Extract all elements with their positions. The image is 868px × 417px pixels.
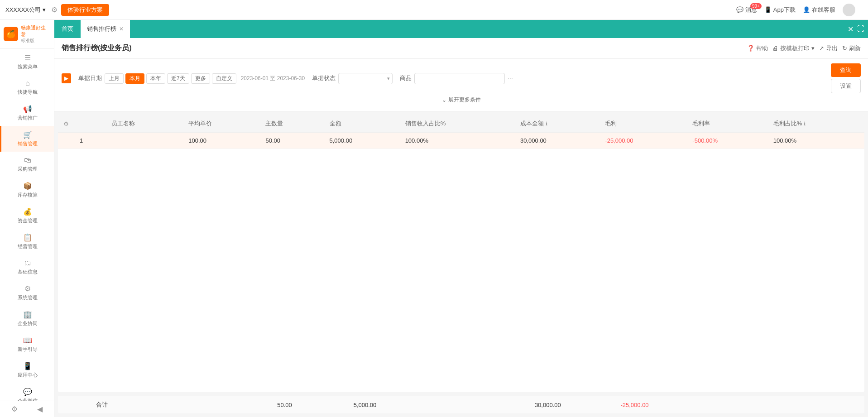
filter-bar: ▶ 单据日期 上月本月本年近7天更多自定义 2023-06-01 至 2023-… [54,59,868,111]
tab-close-icon[interactable]: ✕ [119,26,124,32]
refresh-icon: ↻ [842,45,847,52]
message-button[interactable]: 💬 消息 99+ [736,6,757,14]
sidebar-icon-guide: 📖 [23,336,32,345]
sidebar-item-weixin[interactable]: 💬 企业微信 [0,383,54,401]
filter-expand-arrow[interactable]: ▶ [62,73,71,83]
table-wrap: ⚙员工名称平均单价主数量全额销售收入占比%成本全额 ℹ毛利毛利率毛利占比% ℹ … [58,115,864,392]
sidebar-icon-finance: 💰 [23,207,32,216]
row-profit-0: -25,000.00 [599,133,687,149]
company-name: XXXXXX公司 [5,6,41,14]
page-header: 销售排行榜(按业务员) ❓ 帮助 🖨 按模板打印 ▾ ↗ 导出 [54,38,868,59]
date-btn-上月[interactable]: 上月 [105,73,124,84]
tab-home[interactable]: 首页 [54,20,81,38]
trial-button[interactable]: 体验行业方案 [61,4,109,16]
sidebar-icon-weixin: 💬 [23,388,32,396]
sidebar-item-appstore[interactable]: 📱 应用中心 [0,357,54,383]
sidebar: 🍊 畅康通好生意 标准版 ☰ 搜索菜单 ⌂ 快捷导航 📢 营销推广 🛒 销售管理… [0,20,54,417]
page-header-actions: ❓ 帮助 🖨 按模板打印 ▾ ↗ 导出 ↻ 刷新 [747,44,861,53]
status-select[interactable] [338,73,393,84]
table-row: 1 100.00 50.00 5,000.00 100.00% 30,000.0… [58,133,864,149]
col-header-amount: 全额 [324,115,400,133]
print-icon: 🖨 [772,45,778,52]
sidebar-item-system[interactable]: ⚙ 系统管理 [0,280,54,306]
date-btn-近7天[interactable]: 近7天 [167,73,189,84]
sidebar-item-enterprise[interactable]: 🏢 企业协同 [0,306,54,331]
date-btn-本月[interactable]: 本月 [125,73,144,84]
col-header-profit: 毛利 [599,115,687,133]
export-button[interactable]: ↗ 导出 [819,44,838,53]
footer-table: 合计 50.00 5,000.00 30,000.00 -25,000.00 [63,401,859,409]
window-close-icon[interactable]: ✕ [848,25,854,34]
sidebar-item-quick-nav[interactable]: ⌂ 快捷导航 [0,75,54,100]
footer-cost: 30,000.00 [535,401,621,409]
help-button[interactable]: ❓ 帮助 [747,44,768,53]
sidebar-icon-search-order: ☰ [24,53,31,62]
company-dropdown-icon: ▾ [43,6,46,13]
logo-text-wrap: 畅康通好生意 标准版 [21,24,50,44]
date-btn-自定义[interactable]: 自定义 [212,73,236,84]
sidebar-label-quick-nav: 快捷导航 [18,89,38,96]
date-range: 2023-06-01 至 2023-06-30 [241,75,305,82]
sidebar-label-guide: 新手引导 [18,346,38,353]
sidebar-item-search-order[interactable]: ☰ 搜索菜单 [0,49,54,75]
row-settings-0 [58,133,74,149]
sidebar-item-marketing[interactable]: 📢 营销推广 [0,100,54,126]
app-download-button[interactable]: 📱 App下载 [764,6,796,14]
app-icon: 📱 [764,6,772,13]
message-icon: 💬 [736,6,743,13]
company-selector[interactable]: XXXXXX公司 ▾ [5,6,46,14]
page-content: 销售排行榜(按业务员) ❓ 帮助 🖨 按模板打印 ▾ ↗ 导出 [54,38,868,417]
avatar[interactable] [843,4,855,16]
sidebar-item-sales[interactable]: 🛒 销售管理 [0,126,54,152]
col-header-profit_pct: 毛利占比% ℹ [768,115,864,133]
row-amount-0: 5,000.00 [324,133,400,149]
sidebar-item-purchase[interactable]: 🛍 采购管理 [0,152,54,177]
sidebar-item-basic[interactable]: 🗂 基础信息 [0,254,54,280]
sidebar-settings-icon[interactable]: ⚙ [11,405,18,413]
sidebar-icon-purchase: 🛍 [24,156,31,164]
sidebar-collapse-icon[interactable]: ◀ [37,405,43,413]
goods-more-icon[interactable]: ··· [508,75,513,82]
data-table: ⚙员工名称平均单价主数量全额销售收入占比%成本全额 ℹ毛利毛利率毛利占比% ℹ … [58,115,864,149]
settings-button[interactable]: 设置 [831,79,861,93]
col-settings-icon[interactable]: ⚙ [63,120,69,127]
service-icon: 👤 [803,6,810,13]
profit-pct-info-icon[interactable]: ℹ [804,121,806,126]
logo-sub: 标准版 [21,38,50,44]
expand-arrow-icon[interactable]: ▶ [62,73,71,83]
table-head: ⚙员工名称平均单价主数量全额销售收入占比%成本全额 ℹ毛利毛利率毛利占比% ℹ [58,115,864,133]
goods-input[interactable] [414,73,505,84]
sidebar-label-system: 系统管理 [18,294,38,301]
tab-sales-ranking[interactable]: 销售排行榜 ✕ [81,20,130,38]
filter-row-1: ▶ 单据日期 上月本月本年近7天更多自定义 2023-06-01 至 2023-… [62,63,861,93]
date-btn-更多[interactable]: 更多 [191,73,210,84]
date-filter: 单据日期 上月本月本年近7天更多自定义 2023-06-01 至 2023-06… [78,73,305,84]
help-icon: ❓ [747,45,754,52]
print-button[interactable]: 🖨 按模板打印 ▾ [772,44,815,53]
content-area: 首页 销售排行榜 ✕ ✕ ⛶ 销售排行榜(按业务员) ❓ 帮助 [54,20,868,417]
tabbar: 首页 销售排行榜 ✕ ✕ ⛶ [54,20,868,38]
cost-info-icon[interactable]: ℹ [546,121,547,126]
footer-profit: -25,000.00 [620,401,706,409]
export-icon: ↗ [819,45,824,52]
sidebar-label-operation: 经营管理 [18,243,38,250]
sidebar-bottom: ⚙ ◀ [0,401,54,417]
topbar-gear-icon[interactable]: ⚙ [51,5,58,14]
col-header-employee: 员工名称 [106,115,183,133]
refresh-button[interactable]: ↻ 刷新 [842,44,861,53]
sidebar-icon-marketing: 📢 [23,105,32,113]
row-quantity-0: 50.00 [260,133,324,149]
date-btn-本年[interactable]: 本年 [146,73,165,84]
sidebar-item-guide[interactable]: 📖 新手引导 [0,331,54,357]
sidebar-item-operation[interactable]: 📋 经营管理 [0,229,54,254]
query-button[interactable]: 查询 [831,63,861,77]
sidebar-icon-inventory: 📦 [23,182,32,190]
sidebar-icon-appstore: 📱 [23,362,32,370]
goods-filter: 商品 ··· [400,73,513,84]
online-service-button[interactable]: 👤 在线客服 [803,6,835,14]
sidebar-item-finance[interactable]: 💰 资金管理 [0,203,54,229]
expand-more-row[interactable]: ⌄ 展开更多条件 [62,93,861,106]
topbar-right: 💬 消息 99+ 📱 App下载 👤 在线客服 [736,4,863,16]
window-max-icon[interactable]: ⛶ [857,25,864,33]
sidebar-item-inventory[interactable]: 📦 库存核算 [0,177,54,203]
